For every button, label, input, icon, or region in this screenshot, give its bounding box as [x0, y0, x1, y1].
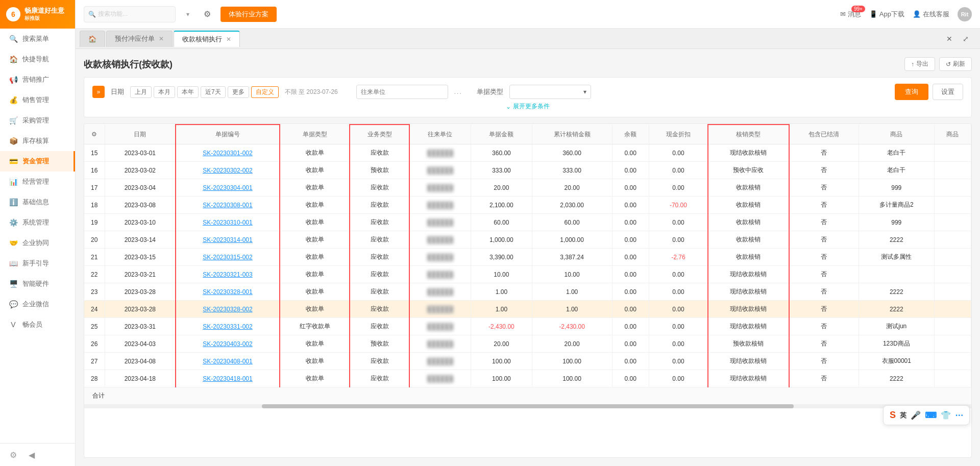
filter-expand-btn[interactable]: ⌄ 展开更多条件 [506, 102, 550, 111]
cell-seq: 26 [84, 335, 105, 353]
online-service-btn[interactable]: 👤 在线客服 [913, 10, 949, 19]
notifications-btn[interactable]: ✉ 消息 99+ [840, 10, 861, 19]
cell-discount: -2.76 [649, 249, 708, 266]
cell-voucher-no: SK-20230315-002 [176, 249, 280, 266]
voucher-type-select[interactable]: ▾ [509, 85, 591, 99]
sidebar-item-inventory[interactable]: 📦 库存核算 [0, 131, 75, 151]
voucher-link[interactable]: SK-20230328-002 [203, 306, 252, 313]
voucher-link[interactable]: SK-20230308-001 [203, 202, 252, 209]
col-header-accum[interactable]: 累计核销金额 [532, 125, 612, 144]
sidebar-item-system[interactable]: ⚙️ 系统管理 [0, 212, 75, 233]
col-header-balance[interactable]: 余额 [612, 125, 649, 144]
sidebar-item-hardware[interactable]: 🖥️ 智能硬件 [0, 274, 75, 294]
col-header-voucher-no[interactable]: 单据编号 [176, 125, 280, 144]
cell-seq: 19 [84, 214, 105, 231]
col-header-amount[interactable]: 单据金额 [471, 125, 532, 144]
app-download-btn[interactable]: 📱 App下载 [869, 10, 904, 19]
sidebar-item-wechat[interactable]: 💬 企业微信 [0, 294, 75, 314]
export-btn[interactable]: ↑ 导出 [904, 57, 935, 71]
sidebar-item-operations[interactable]: 📊 经营管理 [0, 171, 75, 192]
cell-voucher-no: SK-20230418-001 [176, 370, 280, 387]
topbar: 🔍 搜索功能... ▾ ⚙ 体验行业方案 ✉ 消息 99+ 📱 App下载 👤 … [76, 0, 980, 29]
sidebar-item-guide[interactable]: 📖 新手引导 [0, 253, 75, 274]
voucher-link[interactable]: SK-20230315-002 [203, 254, 252, 261]
refresh-btn[interactable]: ↺ 刷新 [939, 57, 972, 71]
voucher-link[interactable]: SK-20230301-002 [203, 150, 252, 157]
voucher-link[interactable]: SK-20230403-002 [203, 340, 252, 348]
tab-home[interactable]: 🏠 [80, 31, 105, 47]
col-header-product2[interactable]: 商品 [934, 125, 971, 144]
topbar-gear-icon[interactable]: ⚙ [200, 7, 214, 21]
voucher-link[interactable]: SK-20230310-001 [203, 219, 252, 226]
sidebar-item-purchase[interactable]: 🛒 采购管理 [0, 110, 75, 131]
date-btn-this-year[interactable]: 本年 [177, 86, 199, 98]
cell-amount: 60.00 [471, 214, 532, 231]
date-btn-custom[interactable]: 自定义 [251, 86, 279, 98]
topbar-dropdown[interactable]: ▾ [182, 8, 194, 20]
date-btn-last-month[interactable]: 上月 [130, 86, 152, 98]
collapse-icon[interactable]: ◀ [24, 448, 39, 462]
voucher-link[interactable]: SK-20230304-001 [203, 184, 252, 191]
tab-payable-close[interactable]: ✕ [159, 35, 164, 42]
cell-product: 老白干 [859, 144, 934, 162]
cell-counterpart: ██████ [409, 249, 471, 266]
col-header-settled[interactable]: 包含已结清 [789, 125, 859, 144]
voucher-link[interactable]: SK-20230418-001 [203, 375, 252, 382]
sidebar-icon-finance: 💳 [8, 156, 18, 166]
user-avatar[interactable]: Rit [958, 7, 972, 21]
voucher-link[interactable]: SK-20230408-001 [203, 358, 252, 365]
col-header-gear[interactable]: ⚙ [84, 125, 105, 144]
voucher-link[interactable]: SK-20230321-003 [203, 271, 252, 278]
sidebar-item-sales[interactable]: 💰 销售管理 [0, 90, 75, 110]
corner-keyboard-icon[interactable]: ⌨ [925, 410, 937, 420]
sidebar-label-operations: 经营管理 [22, 177, 49, 186]
more-filters-dots[interactable]: ... [454, 88, 462, 95]
industry-solution-btn[interactable]: 体验行业方案 [220, 7, 277, 22]
corner-more-icon[interactable]: ⋯ [955, 410, 963, 420]
cell-settled: 否 [789, 249, 859, 266]
tab-expand-icon[interactable]: ⤢ [960, 33, 972, 45]
counterpart-input[interactable] [356, 85, 448, 99]
tab-receipt-exec[interactable]: 收款核销执行 ✕ [174, 31, 240, 47]
voucher-link[interactable]: SK-20230331-002 [203, 323, 252, 330]
sidebar-item-quicknav[interactable]: 🏠 快捷导航 [0, 49, 75, 69]
col-header-product[interactable]: 商品 [859, 125, 934, 144]
col-header-date[interactable]: 日期 [105, 125, 176, 144]
query-btn[interactable]: 查询 [895, 84, 928, 100]
col-header-biz-type[interactable]: 业务类型 [350, 125, 409, 144]
col-header-counterpart[interactable]: 往来单位 [409, 125, 471, 144]
filter-row: » 日期 上月 本月 本年 近7天 更多 自定义 不限 至 2023-07-26… [92, 84, 963, 100]
sidebar-item-basics[interactable]: ℹ️ 基础信息 [0, 192, 75, 212]
col-header-discount[interactable]: 现金折扣 [649, 125, 708, 144]
voucher-link[interactable]: SK-20230328-001 [203, 288, 252, 296]
table-row: 23 2023-03-28 SK-20230328-001 收款单 应收款 ██… [84, 283, 971, 301]
topbar-search[interactable]: 🔍 搜索功能... [84, 6, 176, 22]
cell-voucher-type: 收款单 [280, 231, 350, 249]
cell-accum: 100.00 [532, 353, 612, 370]
tab-receipt-label: 收款核销执行 [182, 35, 222, 44]
sidebar-icon-corp: 🤝 [8, 238, 18, 248]
tab-receipt-close[interactable]: ✕ [226, 36, 231, 43]
sidebar-item-marketing[interactable]: 📢 营销推广 [0, 69, 75, 90]
date-btn-this-month[interactable]: 本月 [154, 86, 175, 98]
filter-settings-btn[interactable]: 设置 [933, 84, 963, 100]
col-header-voucher-type[interactable]: 单据类型 [280, 125, 350, 144]
voucher-link[interactable]: SK-20230314-001 [203, 236, 252, 243]
tab-close-all-icon[interactable]: ✕ [943, 33, 955, 45]
sidebar-item-search[interactable]: 🔍 搜索菜单 [0, 29, 75, 49]
voucher-link[interactable]: SK-20230302-002 [203, 167, 252, 174]
corner-mic-icon[interactable]: 🎤 [911, 410, 921, 420]
sidebar-item-member[interactable]: V 畅会员 [0, 314, 75, 335]
corner-shirt-icon[interactable]: 👕 [941, 410, 951, 420]
scrollbar[interactable] [84, 404, 971, 408]
date-btn-more[interactable]: 更多 [228, 86, 249, 98]
sidebar-item-corp[interactable]: 🤝 企业协同 [0, 233, 75, 253]
date-btn-7days[interactable]: 近7天 [201, 86, 226, 98]
tab-payable[interactable]: 预付冲应付单 ✕ [106, 31, 173, 47]
cell-write-off-type: 收款核销 [708, 249, 789, 266]
filter-collapse-btn[interactable]: » [92, 86, 105, 98]
sidebar-item-finance[interactable]: 💳 资金管理 [0, 151, 75, 171]
cell-balance: 0.00 [612, 370, 649, 387]
settings-icon[interactable]: ⚙ [6, 448, 20, 462]
col-header-write-off-type[interactable]: 核销类型 [708, 125, 789, 144]
